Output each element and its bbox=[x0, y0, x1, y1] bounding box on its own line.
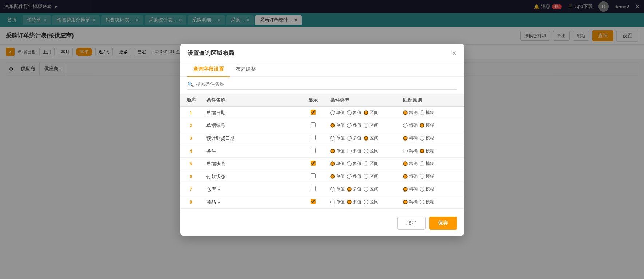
row3-type-single[interactable]: 单值 bbox=[330, 135, 345, 141]
row1-order: 1 bbox=[180, 107, 202, 118]
modal-table: 顺序 条件名称 显示 条件类型 匹配原则 1 单据日期 单值 多值 区间 精确 … bbox=[180, 94, 464, 211]
row2-type-single[interactable]: 单值 bbox=[330, 122, 345, 129]
row2-match-fuzzy[interactable]: 模糊 bbox=[420, 122, 434, 129]
row8-type: 单值 多值 区间 bbox=[326, 196, 399, 208]
row5-checkbox[interactable] bbox=[311, 161, 316, 166]
row7-match: 精确 模糊 bbox=[399, 183, 464, 195]
th-name: 条件名称 bbox=[202, 94, 300, 106]
table-row: 1 单据日期 单值 多值 区间 精确 模糊 bbox=[180, 107, 464, 119]
table-row: 3 预计到货日期 单值 多值 区间 精确 模糊 bbox=[180, 132, 464, 145]
row3-order: 3 bbox=[180, 133, 202, 144]
row4-checkbox[interactable] bbox=[311, 148, 316, 153]
row7-name: 仓库 ∨ bbox=[202, 183, 300, 196]
row4-match-fuzzy[interactable]: 模糊 bbox=[420, 148, 434, 154]
row1-match-exact[interactable]: 精确 bbox=[403, 110, 418, 116]
modal-search-area: 🔍 bbox=[180, 77, 464, 94]
row4-match-exact[interactable]: 精确 bbox=[403, 148, 418, 154]
row1-type-multi[interactable]: 多值 bbox=[347, 110, 361, 116]
row5-match-fuzzy[interactable]: 模糊 bbox=[420, 161, 434, 167]
row5-type-multi[interactable]: 多值 bbox=[347, 161, 361, 167]
table-row: 5 单据状态 单值 多值 区间 精确 模糊 bbox=[180, 158, 464, 170]
row2-checkbox[interactable] bbox=[311, 122, 316, 127]
row5-display[interactable] bbox=[300, 158, 326, 170]
search-box: 🔍 bbox=[187, 81, 457, 90]
row3-match-exact[interactable]: 精确 bbox=[403, 135, 418, 141]
modal-header: 设置查询区域布局 ✕ bbox=[180, 44, 464, 62]
row2-match: 精确 模糊 bbox=[399, 119, 464, 131]
search-input[interactable] bbox=[196, 81, 269, 87]
modal-footer: 取消 保存 bbox=[180, 211, 464, 236]
row8-match-exact[interactable]: 精确 bbox=[403, 199, 418, 205]
row8-type-multi[interactable]: 多值 bbox=[347, 199, 361, 205]
row5-type-range[interactable]: 区间 bbox=[364, 161, 378, 167]
row2-match-exact[interactable]: 精确 bbox=[403, 122, 418, 129]
row7-type-range[interactable]: 区间 bbox=[364, 186, 378, 192]
row4-order: 4 bbox=[180, 145, 202, 157]
settings-modal: 设置查询区域布局 ✕ 查询字段设置 布局调整 🔍 顺序 条件名称 显示 条件类型… bbox=[180, 44, 464, 236]
modal-overlay[interactable]: 设置查询区域布局 ✕ 查询字段设置 布局调整 🔍 顺序 条件名称 显示 条件类型… bbox=[0, 0, 644, 279]
row6-type-range[interactable]: 区间 bbox=[364, 173, 378, 180]
tab-fields[interactable]: 查询字段设置 bbox=[187, 62, 230, 77]
table-row: 8 商品 ∨ 单值 多值 区间 精确 模糊 bbox=[180, 196, 464, 209]
row3-type-multi[interactable]: 多值 bbox=[347, 135, 361, 141]
th-match: 匹配原则 bbox=[399, 94, 464, 106]
row3-type: 单值 多值 区间 bbox=[326, 132, 399, 144]
save-btn[interactable]: 保存 bbox=[429, 217, 457, 230]
row8-name: 商品 ∨ bbox=[202, 196, 300, 208]
row8-type-single[interactable]: 单值 bbox=[330, 199, 345, 205]
row1-type-range[interactable]: 区间 bbox=[364, 110, 378, 116]
row4-match: 精确 模糊 bbox=[399, 145, 464, 157]
row5-type-single[interactable]: 单值 bbox=[330, 161, 345, 167]
modal-close-btn[interactable]: ✕ bbox=[451, 50, 457, 58]
row7-type-multi[interactable]: 多值 bbox=[347, 186, 361, 192]
row3-display[interactable] bbox=[300, 132, 326, 144]
row7-match-fuzzy[interactable]: 模糊 bbox=[420, 186, 434, 192]
row4-type-range[interactable]: 区间 bbox=[364, 148, 378, 154]
row6-type: 单值 多值 区间 bbox=[326, 170, 399, 182]
row5-match-exact[interactable]: 精确 bbox=[403, 161, 418, 167]
row1-display[interactable] bbox=[300, 107, 326, 119]
row8-type-range[interactable]: 区间 bbox=[364, 199, 378, 205]
row3-name: 预计到货日期 bbox=[202, 132, 300, 145]
row8-display[interactable] bbox=[300, 196, 326, 208]
row4-type-single[interactable]: 单值 bbox=[330, 148, 345, 154]
row2-type-range[interactable]: 区间 bbox=[364, 122, 378, 129]
row4-type-multi[interactable]: 多值 bbox=[347, 148, 361, 154]
modal-tab-bar: 查询字段设置 布局调整 bbox=[180, 62, 464, 77]
row6-match-fuzzy[interactable]: 模糊 bbox=[420, 173, 434, 180]
row7-checkbox[interactable] bbox=[311, 186, 316, 191]
table-row: 7 仓库 ∨ 单值 多值 区间 精确 模糊 bbox=[180, 183, 464, 196]
row1-match: 精确 模糊 bbox=[399, 107, 464, 119]
row1-match-fuzzy[interactable]: 模糊 bbox=[420, 110, 434, 116]
row2-display[interactable] bbox=[300, 119, 326, 131]
row1-type-single[interactable]: 单值 bbox=[330, 110, 345, 116]
row1-name: 单据日期 bbox=[202, 107, 300, 119]
row3-type-range[interactable]: 区间 bbox=[364, 135, 378, 141]
row7-match-exact[interactable]: 精确 bbox=[403, 186, 418, 192]
row8-match: 精确 模糊 bbox=[399, 196, 464, 208]
row6-type-single[interactable]: 单值 bbox=[330, 173, 345, 180]
table-row: 2 单据编号 单值 多值 区间 精确 模糊 bbox=[180, 119, 464, 132]
row2-type-multi[interactable]: 多值 bbox=[347, 122, 361, 129]
row8-checkbox[interactable] bbox=[311, 199, 316, 204]
cancel-btn[interactable]: 取消 bbox=[397, 217, 426, 230]
row4-display[interactable] bbox=[300, 145, 326, 157]
row1-checkbox[interactable] bbox=[311, 110, 316, 115]
row4-name: 备注 bbox=[202, 145, 300, 157]
row6-match-exact[interactable]: 精确 bbox=[403, 173, 418, 180]
row6-checkbox[interactable] bbox=[311, 173, 316, 178]
row3-checkbox[interactable] bbox=[311, 135, 316, 140]
row6-match: 精确 模糊 bbox=[399, 170, 464, 182]
tab-layout[interactable]: 布局调整 bbox=[230, 62, 262, 77]
table-row: 4 备注 单值 多值 区间 精确 模糊 bbox=[180, 145, 464, 158]
row3-match-fuzzy[interactable]: 模糊 bbox=[420, 135, 434, 141]
table-row: 6 付款状态 单值 多值 区间 精确 模糊 bbox=[180, 170, 464, 183]
row6-type-multi[interactable]: 多值 bbox=[347, 173, 361, 180]
row5-type: 单值 多值 区间 bbox=[326, 158, 399, 170]
row7-type-single[interactable]: 单值 bbox=[330, 186, 345, 192]
row7-display[interactable] bbox=[300, 183, 326, 195]
row8-match-fuzzy[interactable]: 模糊 bbox=[420, 199, 434, 205]
row2-name: 单据编号 bbox=[202, 119, 300, 132]
row6-display[interactable] bbox=[300, 170, 326, 182]
row7-type: 单值 多值 区间 bbox=[326, 183, 399, 195]
